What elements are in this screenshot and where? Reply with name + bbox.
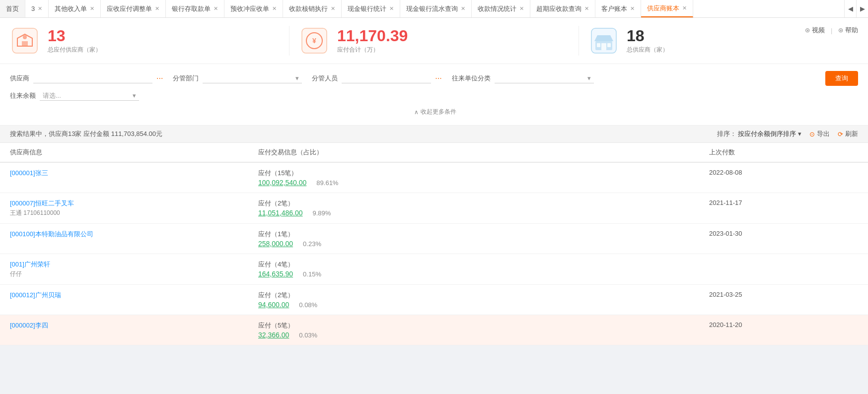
nav-customer-ledger[interactable]: 客户账本 ✕: [595, 0, 641, 17]
tx-label: 应付（5笔）: [258, 321, 709, 330]
nav-ar-ap-adjust[interactable]: 应收应付调整单 ✕: [101, 0, 166, 17]
table-row: [000007]恒旺二手叉车 王通 17106110000 应付（2笔） 11,…: [0, 193, 868, 224]
supplier-link[interactable]: [000007]恒旺二手叉车: [10, 199, 74, 207]
nav-supplier-ledger[interactable]: 供应商账本 ✕: [641, 0, 693, 17]
refresh-button[interactable]: ⟳ 刷新: [838, 130, 858, 138]
percentage: 0.23%: [303, 240, 321, 248]
dept-select[interactable]: [203, 73, 302, 83]
last-pay-cell: 2022-08-08: [709, 169, 858, 176]
nav-collection-stat[interactable]: 收款情况统计 ✕: [472, 0, 530, 17]
amount-value[interactable]: 164,635.90: [258, 270, 293, 278]
query-button[interactable]: 查询: [825, 71, 858, 86]
supplier-cell: [000002]李四: [10, 321, 258, 330]
help-btn[interactable]: ⊙ 帮助: [838, 26, 858, 35]
table-row: [001]广州荣轩 仔仔 应付（4笔） 164,635.90 0.15%: [0, 254, 868, 285]
supplier-cell: [000012]广州贝瑞: [10, 291, 258, 300]
total-suppliers-num: 18: [627, 28, 668, 44]
results-bar: 搜索结果中，供应商13家 应付金额 111,703,854.00元 排序： 按应…: [0, 126, 868, 143]
supplier-link[interactable]: [000012]广州贝瑞: [10, 291, 61, 299]
amount-row: 32,366.00 0.03%: [258, 331, 709, 339]
last-pay-date: 2020-11-20: [709, 321, 742, 328]
nav-supplier-ledger-close[interactable]: ✕: [682, 5, 687, 11]
supplier-link[interactable]: [000100]本特勤油品有限公司: [10, 230, 93, 238]
last-pay-date: 2022-08-08: [709, 169, 742, 176]
supplier-cell: [000001]张三: [10, 169, 258, 178]
person-ellipsis[interactable]: ···: [435, 74, 441, 83]
summary-card-payable-total: ¥ 11,170.39 应付合计（万）: [299, 26, 569, 56]
supplier-label: 供应商: [10, 74, 29, 83]
export-icon: ⊙: [809, 131, 815, 138]
payable-total-num: 11,170.39: [337, 28, 408, 44]
summary-header: 13 总应付供应商（家） ¥ 11,170.39 应付合计（万）: [0, 18, 868, 64]
amount-value[interactable]: 11,051,486.00: [258, 209, 303, 217]
nav-cash-flow[interactable]: 现金银行流水查询 ✕: [400, 0, 472, 17]
payable-suppliers-num: 13: [48, 28, 101, 44]
tx-cell: 应付（2笔） 11,051,486.00 9.89%: [258, 199, 709, 217]
nav-cash-flow-close[interactable]: ✕: [461, 5, 465, 12]
percentage: 0.03%: [299, 331, 317, 339]
payable-total-text: 11,170.39 应付合计（万）: [337, 28, 408, 54]
nav-advance-offset-close[interactable]: ✕: [272, 5, 277, 12]
amount-value[interactable]: 94,600.00: [258, 301, 289, 309]
amount-value[interactable]: 258,000.00: [258, 240, 293, 248]
unit-type-select-wrap: [495, 73, 594, 83]
separator-1: [289, 26, 289, 56]
sort-value[interactable]: 按应付余额倒序排序: [738, 130, 796, 137]
nav-other-income-close[interactable]: ✕: [90, 5, 94, 12]
supplier-link[interactable]: [000002]李四: [10, 322, 48, 329]
nav-bank-deposit-close[interactable]: ✕: [214, 5, 218, 12]
tx-cell: 应付（4笔） 164,635.90 0.15%: [258, 260, 709, 278]
tx-label: 应付（15笔）: [258, 169, 709, 178]
person-input[interactable]: [342, 73, 431, 83]
supplier-link[interactable]: [001]广州荣轩: [10, 261, 50, 268]
filter-row-1: 供应商 ··· 分管部门 分管人员 ··· 往来单位分类: [10, 71, 858, 86]
nav-3[interactable]: 3 ✕: [25, 0, 49, 17]
nav-cash-bank-stat[interactable]: 现金银行统计 ✕: [342, 0, 400, 17]
amount-row: 164,635.90 0.15%: [258, 270, 709, 278]
nav-next-arrow[interactable]: ▶: [856, 0, 868, 18]
total-suppliers-icon: [589, 26, 619, 56]
supplier-sub: 仔仔: [10, 270, 258, 278]
video-btn[interactable]: ⊙ 视频: [805, 26, 825, 35]
nav-3-close[interactable]: ✕: [38, 5, 42, 12]
results-actions: 排序： 按应付余额倒序排序 ▾ ⊙ 导出 ⟳ 刷新: [717, 130, 858, 138]
nav-collection-stat-close[interactable]: ✕: [519, 5, 524, 12]
balance-select[interactable]: 请选...: [40, 91, 139, 101]
nav-collection-exec-close[interactable]: ✕: [331, 5, 335, 12]
collapse-button[interactable]: ∧ 收起更多条件: [10, 106, 858, 121]
payable-total-icon: ¥: [299, 26, 329, 56]
amount-value[interactable]: 32,366.00: [258, 331, 289, 339]
percentage: 9.89%: [313, 209, 331, 217]
supplier-link[interactable]: [000001]张三: [10, 169, 48, 177]
separator-2: [579, 26, 579, 56]
nav-cash-bank-stat-close[interactable]: ✕: [389, 5, 394, 12]
amount-value[interactable]: 100,092,540.00: [258, 179, 306, 187]
supplier-input[interactable]: [33, 73, 152, 83]
col-supplier-info: 供应商信息: [10, 148, 258, 157]
table-row: [000001]张三 应付（15笔） 100,092,540.00 89.61%…: [0, 163, 868, 193]
tx-label: 应付（2笔）: [258, 199, 709, 208]
nav-overdue-query[interactable]: 超期应收款查询 ✕: [530, 0, 595, 17]
nav-other-income[interactable]: 其他收入单 ✕: [49, 0, 101, 17]
nav-prev-arrow[interactable]: ◀: [844, 0, 856, 18]
col-last-pay: 上次付数: [709, 148, 858, 157]
nav-collection-exec[interactable]: 收款核销执行 ✕: [283, 0, 342, 17]
total-suppliers-text: 18 总供应商（家）: [627, 28, 668, 54]
tx-label: 应付（4笔）: [258, 260, 709, 269]
nav-ar-ap-adjust-close[interactable]: ✕: [155, 5, 159, 12]
filter-unit-type: 往来单位分类: [452, 73, 594, 83]
unit-type-select[interactable]: [495, 73, 594, 83]
last-pay-cell: 2020-11-20: [709, 321, 858, 328]
nav-bank-deposit[interactable]: 银行存取款单 ✕: [166, 0, 224, 17]
last-pay-date: 2023-01-30: [709, 230, 742, 237]
export-button[interactable]: ⊙ 导出: [809, 130, 830, 138]
supplier-ellipsis[interactable]: ···: [156, 74, 163, 83]
table-row: [000002]李四 应付（5笔） 32,366.00 0.03% 2020-1…: [0, 315, 868, 345]
nav-customer-ledger-close[interactable]: ✕: [630, 5, 635, 12]
nav-home[interactable]: 首页: [0, 0, 25, 17]
nav-advance-offset[interactable]: 预收冲应收单 ✕: [224, 0, 283, 17]
payable-suppliers-text: 13 总应付供应商（家）: [48, 28, 101, 54]
nav-overdue-query-close[interactable]: ✕: [584, 5, 589, 12]
svg-rect-1: [22, 41, 28, 46]
payable-suppliers-icon: [10, 26, 40, 56]
